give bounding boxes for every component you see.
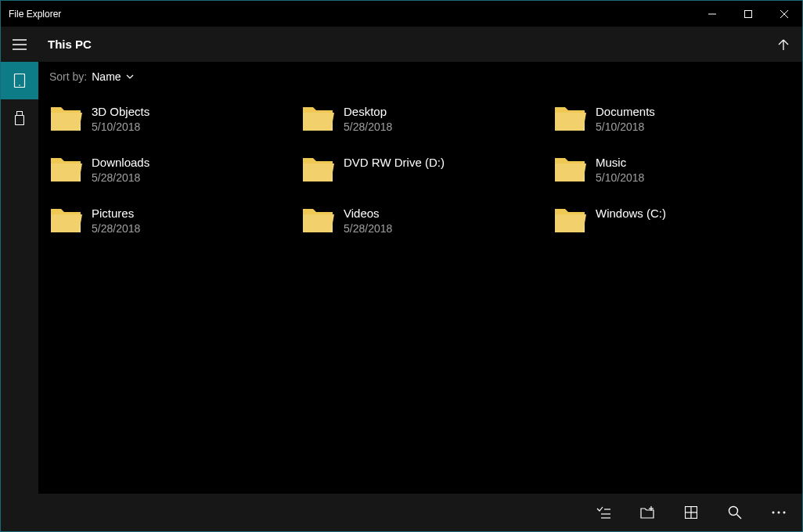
item-date: 5/10/2018 bbox=[596, 120, 655, 135]
maximize-icon bbox=[744, 10, 752, 18]
select-list-icon bbox=[596, 506, 610, 519]
svg-point-8 bbox=[19, 84, 20, 86]
folder-item[interactable]: Videos 5/28/2018 bbox=[298, 201, 542, 252]
svg-rect-9 bbox=[17, 112, 23, 116]
folder-item[interactable]: Desktop 5/28/2018 bbox=[298, 99, 542, 150]
hamburger-button[interactable] bbox=[1, 27, 38, 62]
item-name: Pictures bbox=[92, 206, 140, 221]
grid-view-icon bbox=[685, 506, 697, 519]
sidebar-removable[interactable] bbox=[1, 99, 38, 137]
usb-drive-icon bbox=[15, 111, 24, 125]
item-name: DVD RW Drive (D:) bbox=[344, 155, 445, 171]
svg-line-20 bbox=[737, 515, 742, 519]
sort-dropdown[interactable]: Name bbox=[92, 70, 133, 83]
folder-icon bbox=[553, 206, 586, 235]
folder-item[interactable]: Windows (C:) bbox=[550, 201, 794, 252]
new-folder-icon bbox=[640, 506, 654, 519]
up-directory-button[interactable] bbox=[765, 27, 802, 62]
close-icon bbox=[780, 10, 788, 18]
folder-item[interactable]: Documents 5/10/2018 bbox=[550, 99, 794, 150]
item-date: 5/28/2018 bbox=[344, 221, 392, 237]
folder-icon bbox=[301, 155, 334, 185]
folder-icon bbox=[49, 104, 82, 134]
command-bar bbox=[38, 494, 802, 531]
select-button[interactable] bbox=[582, 494, 625, 531]
main-content: Sort by: Name 3D Objects 5/10/2018 Deskt… bbox=[38, 62, 802, 531]
folder-item[interactable]: Music 5/10/2018 bbox=[550, 150, 794, 201]
search-button[interactable] bbox=[713, 494, 757, 531]
sort-bar: Sort by: Name bbox=[38, 62, 802, 92]
folder-icon bbox=[553, 155, 586, 185]
item-name: Downloads bbox=[92, 155, 149, 171]
new-folder-button[interactable] bbox=[625, 494, 669, 531]
minimize-icon bbox=[708, 10, 716, 18]
folder-icon bbox=[301, 206, 334, 235]
svg-rect-10 bbox=[16, 116, 24, 125]
more-icon bbox=[772, 511, 786, 514]
view-button[interactable] bbox=[669, 494, 713, 531]
sidebar bbox=[1, 62, 38, 531]
svg-point-19 bbox=[729, 507, 738, 516]
sidebar-this-pc[interactable] bbox=[1, 62, 38, 99]
svg-point-23 bbox=[783, 512, 786, 514]
maximize-button[interactable] bbox=[730, 1, 766, 27]
sort-value-text: Name bbox=[92, 70, 121, 83]
folder-item[interactable]: Downloads 5/28/2018 bbox=[46, 150, 290, 201]
item-name: Videos bbox=[344, 206, 392, 221]
item-date: 5/28/2018 bbox=[344, 120, 392, 135]
folder-icon bbox=[301, 104, 334, 134]
folder-item[interactable]: 3D Objects 5/10/2018 bbox=[46, 99, 290, 150]
item-name: Music bbox=[596, 155, 644, 171]
minimize-button[interactable] bbox=[694, 1, 730, 27]
close-button[interactable] bbox=[766, 1, 802, 27]
item-date: 5/28/2018 bbox=[92, 221, 140, 237]
arrow-up-icon bbox=[777, 38, 790, 51]
folder-icon bbox=[49, 206, 82, 235]
item-date: 5/10/2018 bbox=[92, 120, 149, 135]
item-name: 3D Objects bbox=[92, 104, 149, 120]
more-button[interactable] bbox=[757, 494, 801, 531]
item-name: Windows (C:) bbox=[596, 206, 666, 221]
hamburger-icon bbox=[13, 39, 27, 50]
folder-icon bbox=[553, 104, 586, 134]
search-icon bbox=[728, 505, 742, 519]
items-grid: 3D Objects 5/10/2018 Desktop 5/28/2018 D… bbox=[38, 92, 802, 531]
item-date: 5/10/2018 bbox=[596, 171, 644, 186]
header-bar: This PC bbox=[1, 27, 802, 62]
window-title: File Explorer bbox=[9, 9, 694, 20]
folder-icon bbox=[49, 155, 82, 185]
folder-item[interactable]: Pictures 5/28/2018 bbox=[46, 201, 290, 252]
item-date: 5/28/2018 bbox=[92, 171, 149, 186]
chevron-down-icon bbox=[126, 74, 134, 79]
location-title: This PC bbox=[48, 38, 765, 51]
sort-by-label: Sort by: bbox=[49, 70, 87, 83]
tablet-icon bbox=[13, 74, 26, 88]
titlebar[interactable]: File Explorer bbox=[1, 1, 802, 27]
item-name: Documents bbox=[596, 104, 655, 120]
svg-point-22 bbox=[778, 512, 780, 514]
item-name: Desktop bbox=[344, 104, 392, 120]
svg-point-21 bbox=[772, 512, 775, 514]
svg-rect-1 bbox=[745, 10, 752, 17]
folder-item[interactable]: DVD RW Drive (D:) bbox=[298, 150, 542, 201]
